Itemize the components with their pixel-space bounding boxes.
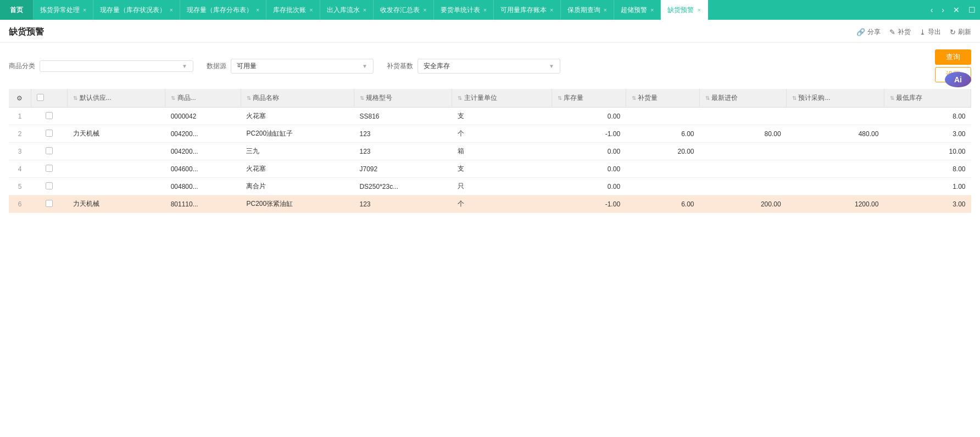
row-checkbox [31, 143, 68, 160]
settings-icon[interactable]: ⚙ [16, 94, 23, 102]
row-latest-price: 80.00 [700, 125, 787, 143]
replenish-chevron-icon: ▼ [549, 63, 554, 69]
sort-icon-5: ⇅ [458, 95, 462, 101]
tab-close-7[interactable]: × [483, 7, 487, 13]
row-replenish-qty: 6.00 [626, 125, 699, 143]
row-cb-5[interactable] [46, 200, 53, 207]
page-title: 缺货预警 [9, 26, 44, 38]
tab-home[interactable]: 首页 [0, 0, 34, 20]
row-product-code: 004200... [165, 125, 241, 143]
col-estimated-order: ⇅ 预计采购... [787, 89, 884, 108]
tab-3[interactable]: 现存量（库存分布表） × [180, 0, 266, 20]
row-latest-price [700, 178, 787, 195]
ai-badge[interactable]: Ai [945, 72, 971, 87]
row-stock: 0.00 [552, 108, 626, 125]
header-checkbox[interactable] [37, 94, 44, 101]
category-filter-group: 商品分类 ▼ [9, 60, 193, 72]
share-button[interactable]: 🔗 分享 [856, 27, 881, 37]
tab-close-6[interactable]: × [423, 7, 426, 13]
tab-close-5[interactable]: × [363, 7, 366, 13]
tab-close-10[interactable]: × [650, 7, 654, 13]
row-unit: 个 [452, 195, 552, 213]
row-cb-2[interactable] [46, 147, 53, 154]
row-stock: 0.00 [552, 178, 626, 195]
category-select[interactable]: ▼ [40, 60, 193, 72]
col-min-stock: ⇅ 最低库存 [884, 89, 971, 108]
sort-icon-9: ⇅ [792, 95, 797, 101]
table-row: 4004600...火花塞J7092支0.008.00 [9, 160, 971, 178]
row-product-code: 004200... [165, 143, 241, 160]
query-button[interactable]: 查询 [935, 49, 971, 65]
tab-2[interactable]: 现存量（库存状况表） × [93, 0, 180, 20]
sort-icon-10: ⇅ [890, 95, 894, 101]
tab-close-3[interactable]: × [256, 7, 259, 13]
tab-maximize-btn[interactable]: ☐ [964, 0, 980, 20]
row-checkbox [31, 125, 68, 143]
row-supplier [68, 160, 165, 178]
row-product-name: PC200油缸缸子 [241, 125, 354, 143]
tab-restore-btn[interactable]: ✕ [949, 0, 964, 20]
export-button[interactable]: ⤓ 导出 [920, 27, 941, 37]
tab-4[interactable]: 库存批次账 × [266, 0, 320, 20]
row-product-name: PC200张紧油缸 [241, 195, 354, 213]
filter-area: 商品分类 ▼ 数据源 可用量 ▼ 补货基数 安全库存 ▼ 查询 设置 [0, 43, 980, 89]
tab-close-8[interactable]: × [550, 7, 553, 13]
data-table: ⚙ ⇅ 默认供应... ⇅ 商品... ⇅ 商品名称 [9, 89, 971, 213]
tab-6[interactable]: 收发存汇总表 × [374, 0, 433, 20]
replenish-select[interactable]: 安全库存 ▼ [417, 59, 560, 74]
tab-close-2[interactable]: × [169, 7, 172, 13]
row-estimated-order [787, 143, 884, 160]
sort-icon-4: ⇅ [360, 95, 364, 101]
tab-10[interactable]: 超储预警 × [614, 0, 661, 20]
tab-close-1[interactable]: × [83, 7, 86, 13]
replenish-button[interactable]: ✎ 补货 [889, 27, 911, 37]
tab-9[interactable]: 保质期查询 × [561, 0, 614, 20]
col-latest-price: ⇅ 最新进价 [700, 89, 787, 108]
tab-prev-btn[interactable]: ‹ [926, 0, 938, 20]
refresh-icon: ↻ [950, 28, 956, 36]
datasource-select[interactable]: 可用量 ▼ [231, 59, 374, 74]
tab-close-9[interactable]: × [604, 7, 607, 13]
tab-7[interactable]: 要货单统计表 × [434, 0, 494, 20]
tab-11[interactable]: 缺货预警 × [661, 0, 708, 20]
row-product-code: 0000042 [165, 108, 241, 125]
row-product-name: 离合片 [241, 178, 354, 195]
row-min-stock: 8.00 [884, 108, 971, 125]
sort-icon-8: ⇅ [705, 95, 710, 101]
row-cb-3[interactable] [46, 165, 53, 172]
col-unit: ⇅ 主计量单位 [452, 89, 552, 108]
col-settings[interactable]: ⚙ [9, 89, 31, 108]
table-row: 10000042火花塞SS816支0.008.00 [9, 108, 971, 125]
row-cb-1[interactable] [46, 130, 53, 137]
header-actions: 🔗 分享 ✎ 补货 ⤓ 导出 ↻ 刷新 [856, 27, 971, 37]
row-stock: -1.00 [552, 125, 626, 143]
tab-5[interactable]: 出入库流水 × [320, 0, 374, 20]
row-number: 2 [9, 125, 31, 143]
refresh-button[interactable]: ↻ 刷新 [950, 27, 971, 37]
col-product-code: ⇅ 商品... [165, 89, 241, 108]
row-stock: 0.00 [552, 160, 626, 178]
tab-close-11[interactable]: × [697, 7, 700, 13]
row-checkbox [31, 195, 68, 213]
row-min-stock: 3.00 [884, 125, 971, 143]
tab-8[interactable]: 可用量库存账本 × [494, 0, 560, 20]
table-body: 10000042火花塞SS816支0.008.002力天机械004200...P… [9, 108, 971, 213]
page-header: 缺货预警 🔗 分享 ✎ 补货 ⤓ 导出 ↻ 刷新 [0, 20, 980, 43]
tab-1[interactable]: 拣货异常处理 × [34, 0, 93, 20]
row-product-code: 004600... [165, 160, 241, 178]
row-checkbox [31, 178, 68, 195]
replenish-icon: ✎ [889, 28, 895, 36]
table-row: 5004800...离合片DS250*23c...只0.001.00 [9, 178, 971, 195]
row-cb-0[interactable] [46, 112, 53, 119]
datasource-label: 数据源 [207, 61, 226, 71]
row-estimated-order [787, 178, 884, 195]
row-checkbox [31, 108, 68, 125]
table-row: 6力天机械801110...PC200张紧油缸123个-1.006.00200.… [9, 195, 971, 213]
row-number: 3 [9, 143, 31, 160]
main-content: 缺货预警 🔗 分享 ✎ 补货 ⤓ 导出 ↻ 刷新 商品分类 [0, 20, 980, 437]
sort-icon: ⇅ [73, 95, 77, 101]
tab-close-4[interactable]: × [309, 7, 313, 13]
row-cb-4[interactable] [46, 182, 53, 189]
row-unit: 支 [452, 108, 552, 125]
tab-next-btn[interactable]: › [937, 0, 949, 20]
